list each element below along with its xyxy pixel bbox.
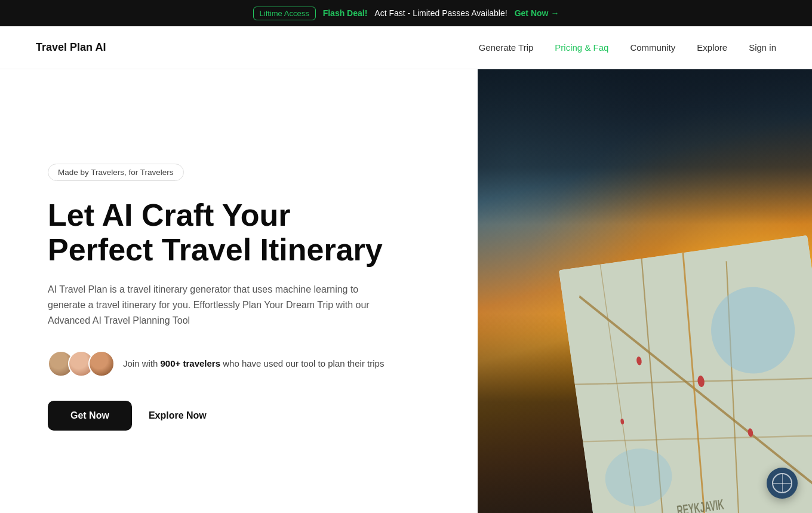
social-proof-text: Join with 900+ travelers who have used o…: [123, 357, 384, 371]
nav-links: Generate Trip Pricing & Faq Community Ex…: [479, 42, 776, 53]
flash-deal-label: Flash Deal!: [323, 8, 368, 18]
cta-buttons: Get Now Explore Now: [48, 401, 430, 431]
nav-logo[interactable]: Travel Plan AI: [36, 41, 106, 54]
social-proof-highlight: 900+ travelers: [161, 358, 221, 368]
avatar-stack: [48, 351, 115, 377]
hero-right-image: REYKJAVIK: [478, 69, 812, 513]
nav-explore[interactable]: Explore: [697, 42, 727, 53]
navbar: Travel Plan AI Generate Trip Pricing & F…: [0, 26, 812, 69]
banner-get-now-link[interactable]: Get Now: [515, 8, 559, 18]
nav-signin[interactable]: Sign in: [749, 42, 776, 53]
chat-widget[interactable]: [767, 468, 798, 499]
hero-title: Let AI Craft Your Perfect Travel Itinera…: [48, 198, 394, 267]
globe-icon: [772, 473, 792, 493]
hero-description: AI Travel Plan is a travel itinerary gen…: [48, 282, 382, 329]
social-proof: Join with 900+ travelers who have used o…: [48, 351, 430, 377]
social-proof-suffix: who have used our tool to plan their tri…: [220, 358, 384, 368]
hero-bg: REYKJAVIK: [478, 69, 812, 513]
flash-deal-text: Act Fast - Limited Passes Available!: [374, 8, 507, 18]
nav-pricing-faq[interactable]: Pricing & Faq: [555, 42, 608, 53]
hero-section: Made by Travelers, for Travelers Let AI …: [0, 69, 812, 513]
avatar: [88, 351, 115, 377]
nav-community[interactable]: Community: [630, 42, 675, 53]
hero-left: Made by Travelers, for Travelers Let AI …: [0, 69, 478, 513]
get-now-button[interactable]: Get Now: [48, 401, 132, 431]
lifetime-badge[interactable]: Liftime Access: [253, 7, 316, 20]
social-proof-prefix: Join with: [123, 358, 161, 368]
nav-generate-trip[interactable]: Generate Trip: [479, 42, 534, 53]
explore-now-button[interactable]: Explore Now: [149, 401, 207, 431]
made-by-badge: Made by Travelers, for Travelers: [48, 164, 184, 181]
top-banner: Liftime Access Flash Deal! Act Fast - Li…: [0, 0, 812, 26]
